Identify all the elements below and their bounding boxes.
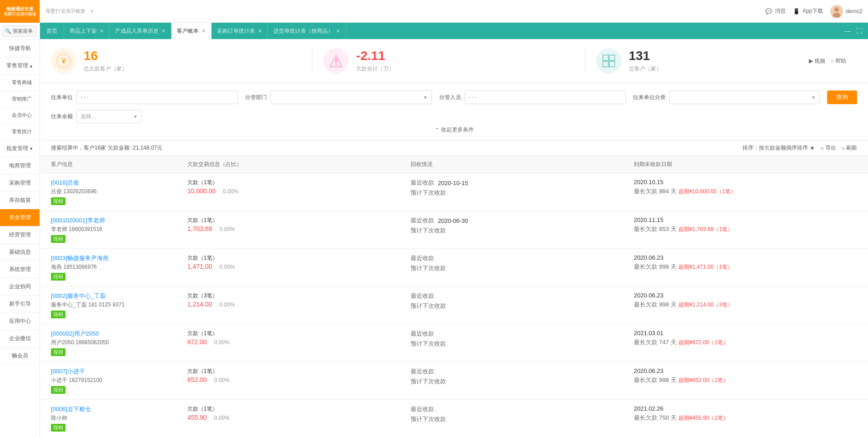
payment-info-cell: 最近收款 2020-06-30 预计下次收款 [411, 216, 634, 235]
category-select[interactable]: ▼ [669, 90, 820, 104]
total-customers-label: 总客户（家） [629, 65, 662, 73]
tab-close-customer-ledger[interactable]: ✕ [201, 28, 206, 34]
results-bar: 搜索结果中，客户16家 欠款金额 -21,148.07元 排序：按欠款金额倒序排… [40, 141, 868, 156]
overdue-link[interactable]: 超期¥1,471.00（1笔） [678, 263, 733, 271]
refresh-icon: ○ [842, 145, 845, 151]
customer-sub: 海燕 18513066976 [51, 263, 187, 271]
tab-home[interactable]: 首页 [40, 23, 64, 39]
refresh-btn[interactable]: ○ 刷新 [842, 144, 857, 152]
query-button[interactable]: 查询 [827, 90, 857, 104]
table-row: [0001020001]李老师 李老师 18600391516 现销 欠款（1笔… [40, 211, 868, 249]
debt-total: -2.11 [356, 49, 394, 63]
search-menu-button[interactable]: 🔍 搜索菜单 [3, 25, 37, 37]
overdue-link[interactable]: 超期¥10,000.00（1笔） [678, 188, 736, 196]
sidebar-item-collaboration[interactable]: 企业协同 [0, 278, 40, 296]
overdue-link[interactable]: 超期¥1,703.68（1笔） [678, 226, 733, 233]
sidebar-item-guide[interactable]: 新手引导 [0, 296, 40, 313]
sidebar-item-retail-mgmt[interactable]: 零售管理 ▲ [0, 57, 40, 75]
debtors-icon: ¥ [51, 48, 76, 74]
sidebar-item-enterprise-wechat[interactable]: 企业微信 [0, 330, 40, 347]
customer-sub: 李老师 18600391516 [51, 226, 187, 233]
dept-select[interactable]: ▼ [271, 90, 432, 104]
overdue-info-cell: 2021.03.01 最长欠款 747 天 超期¥672.00（1笔） [634, 330, 857, 347]
video-btn[interactable]: ▶ 视频 [809, 57, 825, 65]
sidebar-item-member-club[interactable]: 畅会员 [0, 347, 40, 365]
customer-tag: 现销 [51, 311, 65, 318]
customer-name[interactable]: [0003]畅捷服务尹海燕 [51, 254, 187, 262]
stat-card-debtors: ¥ 16 总欠款客户（家） [51, 48, 312, 74]
svg-rect-10 [603, 61, 608, 67]
col-debt-info: 欠款交易信息（占比） [187, 161, 411, 168]
svg-point-7 [336, 64, 337, 65]
sidebar-item-marketing[interactable]: 营销推广 [0, 91, 40, 107]
help-btn[interactable]: ○ 帮助 [831, 57, 846, 65]
tab-inbound-stats[interactable]: 进货单统计表（按商品） ✕ [268, 23, 346, 39]
customer-name[interactable]: [000002]用户2050 [51, 330, 187, 338]
tab-customer-ledger[interactable]: 客户账本 ✕ [171, 23, 211, 39]
tab-inbound[interactable]: 产成品入库单历史 ✕ [110, 23, 171, 39]
partner-input[interactable]: ··· [76, 90, 238, 104]
overdue-link[interactable]: 超期¥672.00（1笔） [678, 339, 728, 347]
sidebar-item-basic-info[interactable]: 基础信息 [0, 244, 40, 261]
tab-close-purchase-stats[interactable]: ✕ [258, 28, 262, 34]
search-icon: 🔍 [5, 28, 11, 34]
chevron-down-icon: ▲ [29, 64, 33, 68]
sidebar-item-members[interactable]: 会员中心 [0, 107, 40, 124]
tabbar-actions: — ⛶ [839, 23, 868, 39]
page-content: ¥ 16 总欠款客户（家） -2.11 欠款合计（万） [40, 39, 868, 437]
person-input[interactable]: ··· [465, 90, 626, 104]
debt-ratio: 0.00% [223, 188, 238, 195]
mobile-icon: 📱 [793, 8, 800, 15]
export-btn[interactable]: ○ 导出 [821, 144, 836, 152]
customer-name[interactable]: [0001020001]李老师 [51, 216, 187, 225]
chevron-up-icon: ⌃ [435, 127, 439, 133]
tab-collapse-btn[interactable]: — [843, 26, 853, 35]
overdue-link[interactable]: 超期¥1,214.00（3笔） [678, 301, 733, 309]
sidebar-item-quick-nav[interactable]: 快捷导航 [0, 40, 40, 57]
debt-info-cell: 欠款（1笔） 652.00 0.00% [187, 367, 411, 383]
tab-close-inbound[interactable]: ✕ [161, 28, 166, 34]
sidebar-item-operations[interactable]: 经营管理 [0, 226, 40, 244]
tab-close-inbound-stats[interactable]: ✕ [336, 28, 340, 34]
tab-close-products[interactable]: ✕ [100, 28, 104, 34]
sidebar-item-inventory[interactable]: 库存核算 [0, 192, 40, 209]
filter-toggle-btn[interactable]: ⌃ 收起更多条件 [51, 123, 857, 136]
sidebar-item-app-center[interactable]: 应用中心 [0, 313, 40, 330]
balance-select[interactable]: 选择... ▼ [76, 110, 142, 123]
tab-purchase-stats[interactable]: 采购订单统计表 ✕ [211, 23, 268, 39]
sidebar-item-retail-mall[interactable]: 零售商城 [0, 75, 40, 91]
sidebar-item-retail-stats[interactable]: 零售统计 [0, 124, 40, 140]
customer-sub: 吕俊 13026203696 [51, 188, 187, 196]
overdue-link[interactable]: 超期¥652.00（1笔） [678, 377, 728, 384]
sidebar-item-purchase[interactable]: 采购管理 [0, 175, 40, 192]
tab-products[interactable]: 商品上下架 ✕ [64, 23, 110, 39]
export-icon: ○ [821, 145, 824, 151]
payment-info-cell: 最近收款 预计下次收款 [411, 292, 634, 310]
customer-name[interactable]: [0007]小进干 [51, 367, 187, 376]
stat-card-actions: ▶ 视频 ○ 帮助 [809, 57, 846, 65]
sidebar-item-finance[interactable]: 资金管理 [0, 209, 40, 226]
sidebar-item-wholesale-mgmt[interactable]: 批发管理 ▼ [0, 140, 40, 157]
sidebar-item-ecommerce[interactable]: 电商管理 [0, 157, 40, 175]
tab-expand-btn[interactable]: ⛶ [854, 26, 864, 35]
table-row: [0016]吕俊 吕俊 13026203696 现销 欠款（1笔） 10,000… [40, 173, 868, 211]
app-download-btn[interactable]: 📱 App下载 [793, 7, 823, 15]
topbar-left: 母婴行业演示账套 ▼ [45, 8, 95, 15]
avatar [830, 5, 843, 18]
svg-text:¥: ¥ [61, 57, 66, 65]
sort-selector[interactable]: 排序：按欠款金额倒序排序 ▼ [743, 144, 815, 152]
svg-rect-11 [609, 61, 615, 67]
sidebar-item-system[interactable]: 系统管理 [0, 261, 40, 278]
customer-info-cell: [0007]小进干 小进干 18279152100 现销 [51, 367, 187, 394]
customer-info-cell: [0001020001]李老师 李老师 18600391516 现销 [51, 216, 187, 243]
customer-name[interactable]: [0016]吕俊 [51, 179, 187, 187]
customer-name[interactable]: [0002]服务中心_丁磊 [51, 292, 187, 300]
user-menu[interactable]: demo2 [830, 5, 863, 18]
message-btn[interactable]: 💬 消息 [765, 7, 786, 15]
customer-tag: 现销 [51, 348, 65, 356]
debt-info-cell: 欠款（1笔） 10,000.00 0.00% [187, 179, 411, 195]
svg-rect-8 [603, 55, 608, 60]
stat-card-debt-total: -2.11 欠款合计（万） [312, 48, 585, 74]
overdue-link[interactable]: 超期¥455.90（1笔） [678, 414, 728, 422]
customer-name[interactable]: [0006]去下粮仓 [51, 405, 187, 413]
